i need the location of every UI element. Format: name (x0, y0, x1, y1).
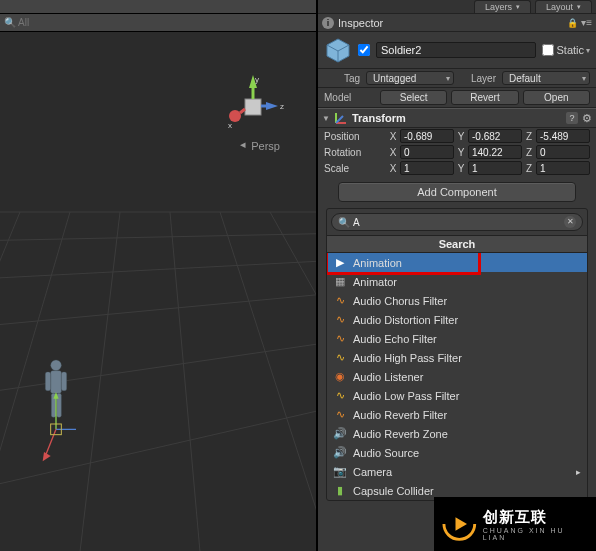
svg-marker-38 (455, 517, 467, 530)
prefab-model-row: Model Select Revert Open (318, 88, 596, 108)
logo-subtext: CHUANG XIN HU LIAN (483, 527, 588, 541)
component-item-label: Audio Reverb Filter (353, 409, 447, 421)
tag-dropdown[interactable]: Untagged (366, 71, 454, 85)
z-field[interactable]: 1 (536, 161, 590, 175)
object-enabled-checkbox[interactable] (358, 44, 370, 56)
component-item-label: Audio Distortion Filter (353, 314, 458, 326)
static-label: Static (556, 44, 584, 56)
svg-line-2 (0, 257, 316, 282)
scene-view[interactable]: y z x ◂ Persp (0, 32, 316, 551)
svg-line-9 (170, 212, 200, 551)
svg-line-6 (0, 212, 20, 551)
layout-dropdown[interactable]: Layout ▾ (535, 0, 592, 13)
svg-line-8 (80, 212, 120, 551)
component-item-label: Audio Source (353, 447, 419, 459)
component-item-label: Audio Chorus Filter (353, 295, 447, 307)
logo-text: 创新互联 (483, 508, 588, 527)
component-item-label: Capsule Collider (353, 485, 434, 497)
component-search-input[interactable] (353, 217, 564, 228)
component-item-audio-reverb-zone[interactable]: 🔊Audio Reverb Zone (327, 424, 587, 443)
svg-rect-20 (51, 371, 62, 394)
component-item-camera[interactable]: 📷Camera▸ (327, 462, 587, 481)
component-search-row: 🔍 ✕ (331, 213, 583, 231)
inspector-title: Inspector (338, 17, 567, 29)
transform-position-row: PositionX-0.689Y-0.682Z-5.489 (318, 128, 596, 144)
svg-rect-21 (45, 372, 50, 391)
transform-scale-row: ScaleX1Y1Z1 (318, 160, 596, 176)
component-item-audio-reverb-filter[interactable]: ∿Audio Reverb Filter (327, 405, 587, 424)
open-button[interactable]: Open (523, 90, 590, 105)
axis-y-label: y (255, 75, 259, 84)
svg-rect-22 (61, 372, 66, 391)
x-field[interactable]: 1 (400, 161, 454, 175)
foldout-icon[interactable]: ▼ (322, 114, 330, 123)
transform-icon (334, 111, 348, 125)
component-item-label: Audio Low Pass Filter (353, 390, 459, 402)
lock-icon[interactable]: 🔒 (567, 18, 577, 28)
persp-icon: ◂ (240, 138, 246, 151)
static-dropdown-icon[interactable]: ▾ (586, 46, 590, 55)
y-field[interactable]: 140.22 (468, 145, 522, 159)
highlight-box (327, 253, 481, 275)
model-label: Model (324, 92, 376, 103)
scene-panel: 🔍 (0, 0, 316, 551)
svg-rect-12 (245, 99, 261, 115)
object-name-field[interactable] (376, 42, 536, 58)
svg-line-1 (0, 232, 316, 242)
field-label: Rotation (324, 147, 386, 158)
search-icon: 🔍 (4, 17, 16, 29)
z-field[interactable]: -5.489 (536, 129, 590, 143)
editor-top-tabs: Layers ▾ Layout ▾ (318, 0, 596, 14)
x-field[interactable]: 0 (400, 145, 454, 159)
component-item-animation[interactable]: ▶Animation (327, 253, 587, 272)
clear-search-icon[interactable]: ✕ (564, 216, 576, 228)
help-icon[interactable]: ? (566, 112, 578, 124)
axis-z-label: z (280, 102, 284, 111)
field-label: Position (324, 131, 386, 142)
z-field[interactable]: 0 (536, 145, 590, 159)
add-component-panel: 🔍 ✕ Search ▶Animation▦Animator∿Audio Cho… (326, 208, 588, 501)
component-item-audio-distortion-filter[interactable]: ∿Audio Distortion Filter (327, 310, 587, 329)
y-field[interactable]: -0.682 (468, 129, 522, 143)
component-item-audio-source[interactable]: 🔊Audio Source (327, 443, 587, 462)
transform-component-header[interactable]: ▼ Transform ? (318, 108, 596, 128)
hierarchy-search-input[interactable] (18, 17, 312, 28)
component-item-label: Camera (353, 466, 392, 478)
svg-line-3 (0, 287, 316, 332)
object-header: Static ▾ (318, 32, 596, 69)
y-field[interactable]: 1 (468, 161, 522, 175)
persp-label[interactable]: Persp (251, 140, 280, 152)
axis-x-label: x (228, 121, 232, 130)
component-item-audio-echo-filter[interactable]: ∿Audio Echo Filter (327, 329, 587, 348)
component-item-audio-high-pass-filter[interactable]: ∿Audio High Pass Filter (327, 348, 587, 367)
revert-button[interactable]: Revert (451, 90, 518, 105)
logo-mark-icon (442, 506, 477, 542)
component-item-animator[interactable]: ▦Animator (327, 272, 587, 291)
component-item-label: Audio Reverb Zone (353, 428, 448, 440)
static-checkbox[interactable] (542, 44, 554, 56)
panel-title: Search (327, 235, 587, 253)
component-result-list: ▶Animation▦Animator∿Audio Chorus Filter∿… (327, 253, 587, 500)
component-item-audio-listener[interactable]: ◉Audio Listener (327, 367, 587, 386)
add-component-button[interactable]: Add Component (338, 182, 576, 202)
selected-object[interactable] (36, 356, 76, 476)
component-item-audio-low-pass-filter[interactable]: ∿Audio Low Pass Filter (327, 386, 587, 405)
component-item-audio-chorus-filter[interactable]: ∿Audio Chorus Filter (327, 291, 587, 310)
component-menu-icon[interactable] (582, 112, 592, 125)
component-item-label: Audio High Pass Filter (353, 352, 462, 364)
x-field[interactable]: -0.689 (400, 129, 454, 143)
transform-title: Transform (352, 112, 564, 124)
svg-marker-15 (266, 102, 278, 110)
tag-layer-row: Tag Untagged Layer Default (318, 69, 596, 88)
inspector-tab[interactable]: i Inspector 🔒 ▾≡ (318, 14, 596, 32)
transform-rotation-row: RotationX0Y140.22Z0 (318, 144, 596, 160)
panel-menu-icon[interactable]: ▾≡ (581, 17, 592, 28)
chevron-right-icon: ▸ (576, 467, 581, 477)
svg-line-18 (240, 109, 245, 113)
inspector-panel: Layers ▾ Layout ▾ i Inspector 🔒 ▾≡ Stati… (316, 0, 596, 551)
layers-dropdown[interactable]: Layers ▾ (474, 0, 531, 13)
component-item-label: Audio Echo Filter (353, 333, 437, 345)
orientation-gizmo[interactable]: y z x (218, 72, 288, 142)
select-button[interactable]: Select (380, 90, 447, 105)
layer-dropdown[interactable]: Default (502, 71, 590, 85)
